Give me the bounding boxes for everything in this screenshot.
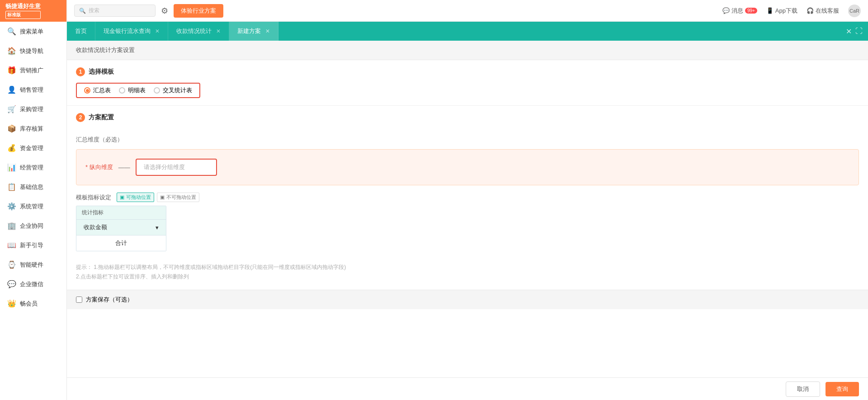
- save-section: 方案保存（可选）: [67, 290, 868, 309]
- message-item[interactable]: 💬 消息 99+: [722, 7, 757, 15]
- sidebar-item-label: 搜索菜单: [20, 28, 43, 36]
- vertical-dimension-label: * 纵向维度: [85, 163, 113, 171]
- sidebar-item-label: 基础信息: [20, 183, 43, 191]
- sidebar-item-search-menu[interactable]: 🔍搜索菜单: [0, 22, 66, 41]
- search-bar[interactable]: 🔍 搜索: [74, 5, 156, 17]
- save-checkbox[interactable]: [76, 296, 82, 303]
- query-button[interactable]: 查询: [826, 382, 859, 396]
- radio-circle-summary: [84, 87, 90, 94]
- non-draggable-hint-box: ▣ 不可拖动位置: [157, 193, 199, 202]
- step1-section: 1 选择模板 汇总表 明细表 交叉统计表: [67, 60, 868, 105]
- tab-home[interactable]: 首页: [67, 22, 95, 41]
- dimension-arrow: ——: [118, 164, 130, 171]
- topbar: 🔍 搜索 ⚙ 体验行业方案 💬 消息 99+ 📱 App下载 🎧 在线客服 Ca…: [67, 0, 868, 22]
- tab-label: 新建方案: [237, 27, 261, 35]
- sidebar-item-purchase[interactable]: 🛒采购管理: [0, 99, 66, 119]
- sidebar-item-sales[interactable]: 👤销售管理: [0, 80, 66, 99]
- indicator-header: 模板指标设定 ▣ 可拖动位置 ▣ 不可拖动位置: [76, 193, 859, 202]
- dimension-select-placeholder: 请选择分组维度: [144, 164, 185, 170]
- radio-label-detail: 明细表: [128, 86, 146, 94]
- page-header: 收款情况统计方案设置: [67, 41, 868, 60]
- sidebar-item-label: 库存核算: [20, 125, 43, 133]
- sidebar-item-new-guide[interactable]: 📖新手引导: [0, 235, 66, 255]
- sidebar: 畅捷通好生意 标准版 🔍搜索菜单🏠快捷导航🎁营销推广👤销售管理🛒采购管理📦库存核…: [0, 0, 67, 400]
- system-icon: ⚙️: [7, 202, 16, 211]
- sidebar-item-label: 系统管理: [20, 202, 43, 211]
- sidebar-item-marketing[interactable]: 🎁营销推广: [0, 61, 66, 80]
- sidebar-item-label: 经营管理: [20, 164, 43, 172]
- gear-icon[interactable]: ⚙: [161, 6, 168, 16]
- sidebar-item-label: 资金管理: [20, 144, 43, 152]
- tips-section: 提示： 1.拖动标题栏可以调整布局，不可跨维度或指标区域拖动栏目字段(只能在同一…: [67, 260, 868, 290]
- radio-cross[interactable]: 交叉统计表: [154, 86, 192, 94]
- logo: 畅捷通好生意 标准版: [0, 0, 66, 22]
- sidebar-item-label: 新手引导: [20, 241, 43, 249]
- radio-detail[interactable]: 明细表: [119, 86, 146, 94]
- sidebar-item-label: 销售管理: [20, 86, 43, 94]
- tab-new-plan[interactable]: 新建方案✕: [229, 22, 278, 41]
- dimension-label: 汇总维度（必选）: [76, 136, 859, 144]
- draggable-indicator: ▣: [120, 194, 124, 200]
- close-window-icon[interactable]: ✕: [846, 27, 852, 36]
- service-icon: 🎧: [807, 7, 814, 14]
- indicator-cell[interactable]: 收款金额 ▾: [76, 220, 166, 235]
- radio-label-cross: 交叉统计表: [163, 86, 192, 94]
- cancel-button[interactable]: 取消: [786, 381, 820, 397]
- sidebar-item-quick-nav[interactable]: 🏠快捷导航: [0, 41, 66, 61]
- dimension-area: * 纵向维度 —— 请选择分组维度: [76, 149, 859, 185]
- sidebar-item-inventory[interactable]: 📦库存核算: [0, 119, 66, 138]
- step2-number: 2: [76, 113, 85, 122]
- radio-circle-cross: [154, 87, 160, 94]
- footer: 取消 查询: [67, 377, 868, 400]
- sidebar-item-enterprise-collab[interactable]: 🏢企业协同: [0, 216, 66, 235]
- sidebar-item-label: 畅会员: [20, 300, 38, 308]
- online-service-item[interactable]: 🎧 在线客服: [807, 7, 839, 15]
- dimension-select[interactable]: 请选择分组维度: [136, 159, 217, 176]
- indicator-settings-label: 模板指标设定: [76, 193, 111, 202]
- purchase-icon: 🛒: [7, 105, 16, 113]
- sidebar-item-label: 营销推广: [20, 66, 43, 75]
- topbar-right: 💬 消息 99+ 📱 App下载 🎧 在线客服 CaR: [722, 5, 861, 17]
- tab-close-icon[interactable]: ✕: [155, 28, 160, 34]
- app-download-item[interactable]: 📱 App下载: [766, 7, 797, 15]
- radio-summary[interactable]: 汇总表: [84, 86, 111, 94]
- tab-close-icon[interactable]: ✕: [216, 28, 221, 34]
- tab-label: 现金银行流水查询: [104, 27, 151, 35]
- message-badge: 99+: [745, 8, 757, 14]
- sidebar-item-basic-info[interactable]: 📋基础信息: [0, 177, 66, 197]
- sidebar-item-operations[interactable]: 📊经营管理: [0, 158, 66, 177]
- sidebar-item-smart-hardware[interactable]: ⌚智能硬件: [0, 255, 66, 274]
- enterprise-collab-icon: 🏢: [7, 221, 16, 230]
- basic-info-icon: 📋: [7, 183, 16, 191]
- online-service-label: 在线客服: [816, 7, 839, 15]
- tab-payment-stats[interactable]: 收款情况统计✕: [168, 22, 229, 41]
- app-icon: 📱: [766, 7, 774, 14]
- message-label: 消息: [731, 7, 743, 15]
- dropdown-icon[interactable]: ▾: [156, 224, 159, 231]
- step1-header: 1 选择模板: [76, 67, 859, 76]
- indicator-section: 模板指标设定 ▣ 可拖动位置 ▣ 不可拖动位置: [76, 193, 859, 253]
- maximize-icon[interactable]: ⛶: [855, 27, 863, 35]
- message-icon: 💬: [722, 7, 730, 14]
- sidebar-item-enterprise-wechat[interactable]: 💬企业微信: [0, 274, 66, 294]
- logo-badge: 标准版: [5, 11, 41, 19]
- sidebar-item-system[interactable]: ⚙️系统管理: [0, 197, 66, 216]
- step2-header: 2 方案配置: [76, 113, 859, 122]
- draggable-hint: ▣ 可拖动位置 ▣ 不可拖动位置: [117, 193, 199, 202]
- step1-number: 1: [76, 67, 85, 76]
- trial-industry-button[interactable]: 体验行业方案: [174, 4, 223, 18]
- user-avatar[interactable]: CaR: [848, 5, 861, 17]
- content-inner: 收款情况统计方案设置 1 选择模板 汇总表 明细表 交叉统计表: [67, 41, 868, 377]
- tab-bank-flow[interactable]: 现金银行流水查询✕: [95, 22, 168, 41]
- tab-label: 收款情况统计: [176, 27, 212, 35]
- radio-label-summary: 汇总表: [93, 86, 111, 94]
- member-icon: 👑: [7, 299, 16, 308]
- sidebar-item-member[interactable]: 👑畅会员: [0, 294, 66, 313]
- sidebar-item-finance[interactable]: 💰资金管理: [0, 138, 66, 158]
- new-guide-icon: 📖: [7, 241, 16, 249]
- tabbar: 首页现金银行流水查询✕收款情况统计✕新建方案✕ ✕ ⛶: [67, 22, 868, 41]
- tab-close-icon[interactable]: ✕: [265, 28, 270, 34]
- breadcrumb: 收款情况统计方案设置: [76, 47, 135, 53]
- draggable-hint-text: 可拖动位置: [126, 194, 151, 201]
- non-draggable-indicator: ▣: [160, 194, 165, 200]
